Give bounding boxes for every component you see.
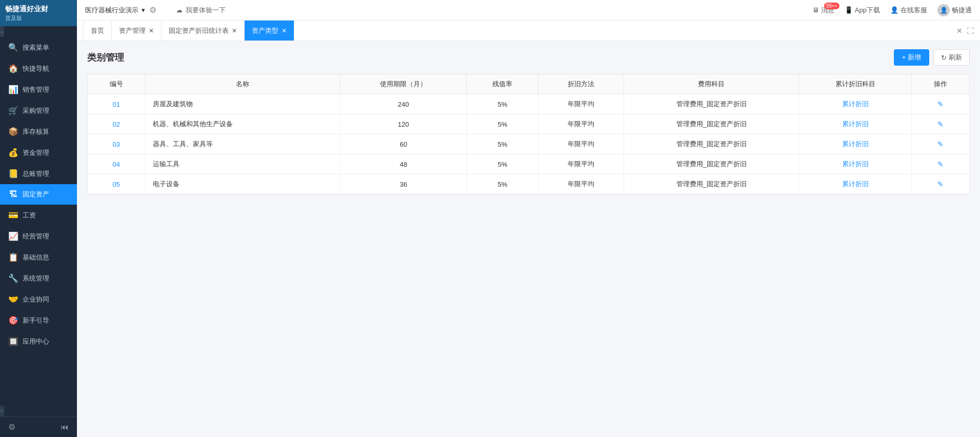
appcenter-icon: 🔲 [8, 336, 18, 346]
cell-r3-c4: 年限平均 [538, 154, 624, 174]
app-subtitle: 普及版 [5, 14, 22, 22]
experience-button[interactable]: ☁ 我要体验一下 [171, 4, 231, 17]
sidebar-item-purchase[interactable]: 🛒采购管理 [0, 100, 77, 121]
cell-r1-c4: 年限平均 [538, 114, 624, 134]
content-area: 类别管理 + 新增 ↻ 刷新 编号名称使用期限（月）残值率折旧方法费用科目累计折… [77, 41, 980, 437]
new-button[interactable]: + 新增 [894, 49, 929, 66]
tab-label-3: 资产类型 [252, 26, 278, 35]
cell-r3-c7[interactable]: ✎ [912, 154, 969, 174]
sidebar-item-appcenter[interactable]: 🔲应用中心 [0, 331, 77, 352]
cell-r2-c3: 5% [467, 134, 538, 154]
tab-close-3[interactable]: ✕ [282, 27, 287, 34]
sidebar-item-guide[interactable]: 🎯新手引导 [0, 310, 77, 331]
tab-item-2[interactable]: 固定资产折旧统计表✕ [162, 21, 245, 41]
fixedasset-icon: 🏗 [8, 190, 18, 199]
sidebar-item-ledger[interactable]: 📒总账管理 [0, 163, 77, 184]
sidebar-label-purchase: 采购管理 [23, 106, 49, 115]
guide-icon: 🎯 [8, 315, 18, 325]
main-area: 医疗器械行业演示 ▾ ⚙ ☁ 我要体验一下 🖥 消息 99++ 📱 App下载 … [77, 0, 980, 437]
purchase-icon: 🛒 [8, 106, 18, 115]
page-title: 类别管理 [87, 51, 124, 64]
basic-icon: 📋 [8, 252, 18, 262]
sidebar-nav: 🔍搜索菜单🏠快捷导航📊销售管理🛒采购管理📦库存核算💰资金管理📒总账管理🏗固定资产… [0, 37, 77, 406]
cell-r1-c6: 累计折旧 [799, 114, 912, 134]
tab-item-3[interactable]: 资产类型✕ [245, 21, 294, 41]
sidebar-item-basic[interactable]: 📋基础信息 [0, 247, 77, 268]
col-header-2: 使用期限（月） [340, 74, 467, 94]
message-button[interactable]: 🖥 消息 99++ [812, 6, 834, 15]
ledger-icon: 📒 [8, 169, 18, 178]
user-menu[interactable]: 👤 畅捷通 [937, 4, 972, 16]
cell-r2-c0: 03 [88, 134, 145, 154]
sidebar-item-management[interactable]: 📈经营管理 [0, 226, 77, 247]
module-settings-icon[interactable]: ⚙ [149, 5, 156, 15]
cell-r4-c3: 5% [467, 174, 538, 194]
cell-r1-c7[interactable]: ✎ [912, 114, 969, 134]
cell-r2-c2: 60 [340, 134, 467, 154]
customer-service-label: 在线客服 [901, 6, 927, 15]
app-download-label: App下载 [855, 6, 880, 15]
sidebar-logo: 畅捷通好业财 普及版 [0, 0, 77, 26]
settings-icon[interactable]: ⚙ [8, 422, 15, 432]
table-body: 01房屋及建筑物2405%年限平均管理费用_固定资产折旧累计折旧✎02机器、机械… [88, 94, 969, 194]
sidebar-item-cooperation[interactable]: 🤝企业协同 [0, 289, 77, 310]
customer-service-icon: 👤 [890, 6, 898, 14]
sidebar-label-fixedasset: 固定资产 [23, 190, 49, 199]
cell-r4-c7[interactable]: ✎ [912, 174, 969, 194]
salary-icon: 💳 [8, 210, 18, 220]
module-name: 医疗器械行业演示 [85, 6, 138, 15]
sidebar-item-search[interactable]: 🔍搜索菜单 [0, 37, 77, 58]
sidebar-item-sales[interactable]: 📊销售管理 [0, 79, 77, 100]
scroll-up-arrow[interactable]: ▲ [0, 27, 6, 36]
cell-r2-c5: 管理费用_固定资产折旧 [624, 134, 799, 154]
refresh-button[interactable]: ↻ 刷新 [933, 49, 970, 66]
refresh-icon: ↻ [941, 54, 947, 62]
collapse-icon[interactable]: ⏮ [61, 423, 69, 432]
sidebar-item-salary[interactable]: 💳工资 [0, 205, 77, 226]
sidebar-item-capital[interactable]: 💰资金管理 [0, 142, 77, 163]
sidebar-item-quicknav[interactable]: 🏠快捷导航 [0, 58, 77, 79]
cell-r0-c5: 管理费用_固定资产折旧 [624, 94, 799, 114]
sidebar-footer: ⚙ ⏮ [0, 416, 77, 437]
cell-r3-c5: 管理费用_固定资产折旧 [624, 154, 799, 174]
cell-r1-c2: 120 [340, 114, 467, 134]
experience-text: 我要体验一下 [186, 6, 226, 15]
tab-item-0[interactable]: 首页 [83, 21, 112, 41]
cell-r2-c7[interactable]: ✎ [912, 134, 969, 154]
sidebar-label-inventory: 库存核算 [23, 127, 49, 136]
sidebar-item-inventory[interactable]: 📦库存核算 [0, 121, 77, 142]
cell-r0-c7[interactable]: ✎ [912, 94, 969, 114]
sidebar-label-management: 经营管理 [23, 232, 49, 241]
system-icon: 🔧 [8, 273, 18, 283]
cell-r3-c2: 48 [340, 154, 467, 174]
customer-service-button[interactable]: 👤 在线客服 [890, 6, 927, 15]
sidebar-item-system[interactable]: 🔧系统管理 [0, 268, 77, 289]
cell-r0-c0: 01 [88, 94, 145, 114]
scroll-down-arrow[interactable]: ▼ [0, 407, 6, 415]
message-icon: 🖥 [812, 6, 819, 14]
cell-r3-c3: 5% [467, 154, 538, 174]
user-avatar-icon: 👤 [937, 4, 950, 16]
experience-icon: ☁ [176, 6, 183, 14]
cell-r2-c6: 累计折旧 [799, 134, 912, 154]
management-icon: 📈 [8, 231, 18, 241]
sidebar-label-appcenter: 应用中心 [23, 337, 49, 346]
sidebar-item-fixedasset[interactable]: 🏗固定资产 [0, 184, 77, 205]
module-selector[interactable]: 医疗器械行业演示 ▾ [85, 6, 145, 15]
tab-close-2[interactable]: ✕ [232, 27, 237, 34]
tabbar-controls: ✕⛶ [956, 27, 974, 35]
col-header-1: 名称 [145, 74, 340, 94]
capital-icon: 💰 [8, 148, 18, 157]
app-download-button[interactable]: 📱 App下载 [845, 6, 880, 15]
tab-close-1[interactable]: ✕ [149, 27, 154, 34]
maximize-icon[interactable]: ⛶ [967, 27, 974, 35]
data-table-container: 编号名称使用期限（月）残值率折旧方法费用科目累计折旧科目操作 01房屋及建筑物2… [87, 74, 970, 195]
table-row: 05电子设备365%年限平均管理费用_固定资产折旧累计折旧✎ [88, 174, 969, 194]
sidebar-label-system: 系统管理 [23, 274, 49, 283]
tab-label-2: 固定资产折旧统计表 [169, 26, 229, 35]
tab-item-1[interactable]: 资产管理✕ [112, 21, 162, 41]
cell-r3-c6: 累计折旧 [799, 154, 912, 174]
app-title: 畅捷通好业财 [5, 4, 48, 13]
message-badge: 99++ [824, 3, 839, 9]
close-tab-icon[interactable]: ✕ [956, 27, 963, 35]
